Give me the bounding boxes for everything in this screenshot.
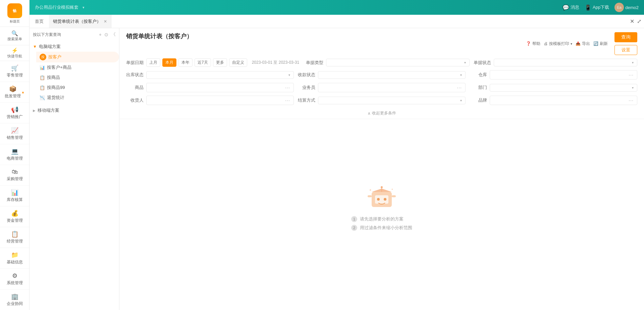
add-scheme-btn[interactable]: + [99,32,102,37]
svg-rect-6 [368,195,372,197]
collapse-label: 收起更多条件 [372,110,396,116]
tree-child-by-return[interactable]: 📉 退货统计 [36,93,119,103]
user-profile-btn[interactable]: Ea demo2 [614,3,639,12]
consignee-select[interactable]: ··· [146,96,294,105]
this-year-btn[interactable]: 本年 [178,58,193,67]
basic-icon: 📁 [11,251,18,259]
sidebar-item-finance[interactable]: 💰 资金管理 [0,206,29,227]
collapse-panel-btn[interactable]: 《 [111,32,116,38]
sidebar-search[interactable]: 🔍 搜索菜单 [0,27,29,45]
message-label: 消息 [571,4,579,10]
brand-select[interactable]: ··· [490,96,637,105]
system-icon: ⚙ [12,272,17,279]
sidebar-item-system[interactable]: ⚙ 系统管理 [0,269,29,290]
sidebar-item-basic[interactable]: 📁 基础信息 [0,248,29,269]
this-month-btn[interactable]: 本月 [162,58,176,67]
refresh-label: 刷新 [600,41,608,47]
last-month-btn[interactable]: 上月 [146,58,160,67]
corp-icon: 🏢 [11,293,18,300]
salesperson-item: 业务员 ··· [298,83,466,92]
sidebar-item-inventory[interactable]: 📊 库存核算 [0,186,29,206]
collapse-filters-btn[interactable]: ∧ 收起更多条件 [126,108,637,119]
copy-scheme-btn[interactable]: ⊙ [104,32,108,37]
tree-parent-mobile[interactable]: ▶ 移动端方案 [30,105,119,115]
sidebar-item-sales[interactable]: 📈 销售管理 [0,123,29,144]
tree-child-by-customer-goods[interactable]: 📊 按客户+商品 [36,62,119,72]
settings-button[interactable]: 设置 [614,45,637,55]
right-content: 销货单统计表（按客户） ❓ 帮助 🖨 按模板打印 ▾ 📤 导出 [119,28,644,310]
filter-date-group: 上月 本月 本年 近7天 更多 自定义 2023-03-01 至 2023-03… [146,58,299,67]
svg-point-5 [381,186,383,188]
tab-maximize-btn[interactable]: ⤢ [637,18,641,24]
brand-item: 品牌 ··· [470,96,637,105]
empty-tips: 1 请先选择要分析的方案 2 用过滤条件来缩小分析范围 [351,216,412,231]
receipt-status-item: 收款状态 ▾ [298,70,466,80]
out-status-select[interactable]: ▾ [146,71,294,79]
tree-child-by-customer[interactable]: 按 按客户 [36,52,119,62]
sidebar-item-inventory-label: 库存核算 [7,197,23,203]
sidebar-item-ecommerce[interactable]: 💻 电商管理 [0,144,29,165]
empty-tip-2: 2 用过滤条件来缩小分析范围 [351,225,412,231]
custom-btn[interactable]: 自定义 [229,58,247,67]
message-icon: 💬 [562,4,569,11]
tip-text-2: 用过滤条件来缩小分析范围 [360,225,412,231]
salesperson-select[interactable]: ··· [318,83,466,92]
help-label: 帮助 [532,41,540,47]
refresh-btn[interactable]: 🔄 刷新 [593,41,608,47]
header-title-arrow-icon[interactable]: ▾ [83,5,85,10]
export-btn[interactable]: 📤 导出 [576,41,590,47]
sidebar-item-operation[interactable]: 📋 经营管理 [0,227,29,248]
avatar: Ea [614,3,624,12]
sidebar-nav-label: 快捷导航 [7,54,22,59]
tree-child-by-goods[interactable]: 📋 按商品 [36,72,119,83]
query-button[interactable]: 查询 [614,32,637,42]
goods-select[interactable]: ··· [146,83,294,92]
last-7-btn[interactable]: 近7天 [195,58,211,67]
salesperson-dots-icon: ··· [457,85,462,90]
tab-minimize-btn[interactable]: ✕ [630,18,634,24]
doc-status-select[interactable]: ▾ [494,59,637,66]
tree-children-desktop: 按 按客户 📊 按客户+商品 📋 按商品 📋 按商品99 [30,52,119,103]
app-download-btn[interactable]: 📱 App下载 [585,4,609,11]
tree-child-by-goods-99[interactable]: 📋 按商品99 [36,83,119,93]
help-btn[interactable]: ❓ 帮助 [526,41,540,47]
tree-section-desktop: ▼ 电脑端方案 按 按客户 📊 按客户+商品 📋 按商品 [30,40,119,104]
department-select[interactable]: ▾ [490,84,637,92]
empty-illustration: ✦ ✦ [365,178,398,212]
left-panel-header: 按以下方案查询 + ⊙ 《 [30,32,119,40]
sidebar-item-marketing[interactable]: 📢 营销推广 [0,103,29,123]
receipt-status-select[interactable]: ▾ [318,71,466,79]
sidebar-item-retail[interactable]: 🛒 零售管理 [0,61,29,82]
sidebar-item-wholesale[interactable]: 📦 批发管理 ▲ [0,82,29,103]
print-btn[interactable]: 🖨 按模板打印 ▾ [544,41,572,47]
settlement-label: 结算方式 [298,97,315,103]
sidebar-item-system-label: 系统管理 [7,280,23,286]
message-btn[interactable]: 💬 消息 [562,4,579,11]
header-title: 办公用品行业模拟账套 [35,4,78,10]
tab-close-btn[interactable]: ✕ [104,19,107,24]
sidebar-item-purchase[interactable]: 🛍 采购管理 [0,165,29,186]
sidebar-quick-nav[interactable]: ⚡ 快捷导航 [0,45,29,61]
sidebar-item-corp[interactable]: 🏢 企业协同 [0,290,29,310]
print-icon: 🖨 [544,41,548,46]
out-status-select-arrow-icon: ▾ [288,73,290,77]
wholesale-arrow-icon: ▲ [21,90,25,94]
left-panel-actions: + ⊙ 《 [99,32,116,38]
settlement-select[interactable]: ▾ [318,97,466,104]
tree-parent-mobile-expand-icon: ▶ [33,109,36,112]
more-btn[interactable]: 更多 [213,58,227,67]
page-title: 销货单统计表（按客户） [126,32,193,40]
refresh-icon: 🔄 [593,41,598,46]
tab-home[interactable]: 首页 [30,15,49,28]
date-label: 单据日期 [126,60,146,66]
doc-status-select-arrow-icon: ▾ [632,61,634,64]
export-icon: 📤 [576,41,581,46]
tab-active[interactable]: 销货单统计表（按客户） ✕ [49,15,111,28]
tree-child-label-by-customer-goods: 按客户+商品 [47,64,71,70]
warehouse-select[interactable]: ··· [490,70,637,80]
main-area: 办公用品行业模拟账套 ▾ 💬 消息 📱 App下载 Ea demo2 首页 [30,0,644,310]
svg-text:✦: ✦ [369,188,372,192]
logo-icon: 畅 [7,3,22,18]
doc-type-select[interactable]: ▾ [326,59,470,66]
tree-parent-desktop[interactable]: ▼ 电脑端方案 [30,42,119,52]
